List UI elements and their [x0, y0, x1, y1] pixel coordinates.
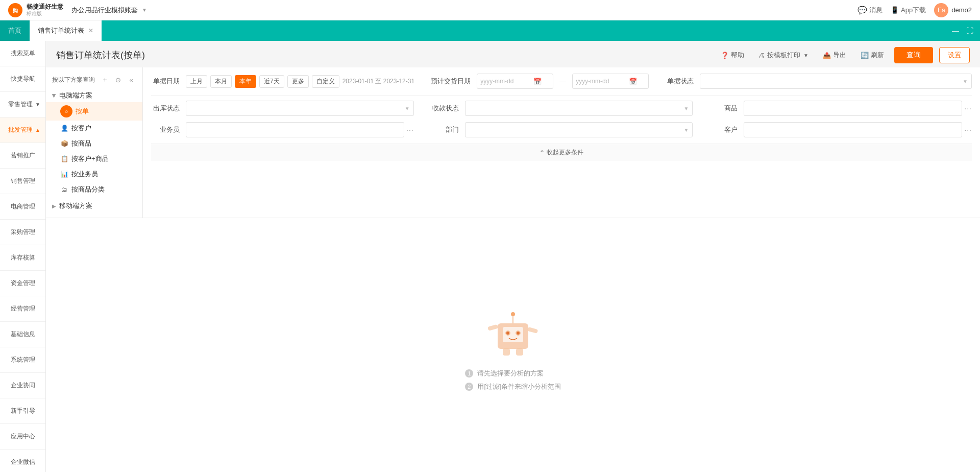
user-profile[interactable]: Ea demo2	[934, 3, 972, 17]
date-btn-more[interactable]: 更多	[287, 75, 309, 88]
scheme-panel-icons: ＋ ⊙ «	[100, 75, 136, 85]
content-area: 销售订单统计表(按单) ❓ 帮助 🖨 按模板打印 ▼ 📤 导出 🔄 刷新	[46, 41, 980, 472]
mobile-category-label: 移动端方案	[59, 201, 92, 210]
collapse-label: 收起更多条件	[547, 148, 583, 157]
scheme-category-mobile[interactable]: ▶ 移动端方案	[46, 199, 142, 213]
payment-status-label: 收款状态	[430, 104, 459, 113]
scheme-collapse-icon[interactable]: «	[126, 75, 136, 85]
filter-right: 单据日期 上月 本月 本年 近7天 更多 自定义 2023-01-01 至 20…	[143, 67, 980, 218]
payment-status-wrapper: ▼	[465, 101, 693, 116]
sidebar-item-app-center[interactable]: 应用中心	[0, 424, 45, 450]
svg-point-9	[511, 312, 515, 316]
date-btn-group: 上月 本月 本年 近7天 更多 自定义 2023-01-01 至 2023-12…	[186, 75, 414, 88]
app-download-btn[interactable]: 📱 App下载	[891, 6, 926, 15]
marketing-label: 营销推广	[11, 151, 35, 160]
collapse-bar[interactable]: ⌃ 收起更多条件	[151, 144, 972, 161]
operations-label: 经营管理	[11, 304, 35, 313]
top-bar: 购 畅捷通好生意 标准版 办公用品行业模拟账套 ▼ 💬 消息 📱 App下载 E…	[0, 0, 980, 20]
goods-input[interactable]	[744, 101, 962, 116]
filter-divider-1	[151, 95, 972, 96]
sidebar-item-corp-collab[interactable]: 企业协同	[0, 373, 45, 398]
tab-home[interactable]: 首页	[0, 20, 30, 41]
sidebar: 搜索菜单 快捷导航 零售管理 ▼ 批发管理 ▲ 营销推广 销售管理 电商管理 采…	[0, 41, 46, 472]
sidebar-item-operations[interactable]: 经营管理	[0, 296, 45, 322]
scheme-settings-icon[interactable]: ⊙	[113, 75, 123, 85]
sidebar-item-ecommerce[interactable]: 电商管理	[0, 194, 45, 220]
scheme-item-by-goods[interactable]: 📦 按商品	[46, 136, 142, 151]
main-layout: 搜索菜单 快捷导航 零售管理 ▼ 批发管理 ▲ 营销推广 销售管理 电商管理 采…	[0, 41, 980, 472]
refresh-btn[interactable]: 🔄 刷新	[856, 49, 888, 62]
department-select[interactable]	[465, 122, 693, 137]
scheme-panel-title: 按以下方案查询	[52, 76, 95, 84]
export-btn[interactable]: 📤 导出	[819, 49, 850, 62]
department-label: 部门	[430, 125, 459, 134]
tab-close-icon[interactable]: ✕	[88, 27, 93, 34]
goods-more-icon[interactable]: ···	[964, 104, 972, 112]
date-btn-7days[interactable]: 近7天	[259, 75, 284, 88]
tab-sales-order[interactable]: 销售订单统计表 ✕	[30, 20, 102, 41]
message-btn[interactable]: 💬 消息	[857, 6, 883, 15]
inventory-label: 库存核算	[11, 253, 35, 262]
sidebar-item-sales[interactable]: 销售管理	[0, 169, 45, 194]
date-label: 单据日期	[151, 77, 180, 86]
print-dropdown-icon: ▼	[803, 53, 808, 58]
date-btn-custom[interactable]: 自定义	[312, 75, 339, 88]
sales-label: 销售管理	[11, 177, 35, 185]
scheme-item-by-order[interactable]: ○ 按单	[46, 102, 142, 121]
date-start-input[interactable]	[480, 78, 531, 85]
top-bar-right: 💬 消息 📱 App下载 Ea demo2	[857, 3, 972, 17]
salesperson-input[interactable]	[186, 122, 404, 137]
status-select[interactable]	[700, 74, 972, 89]
expected-date-label: 预计交货日期	[431, 77, 471, 86]
filter-panel-inner: 按以下方案查询 ＋ ⊙ « ▶ 电脑端方案 ○	[46, 67, 980, 218]
settings-btn[interactable]: 设置	[939, 47, 970, 63]
by-customer-goods-icon: 📋	[60, 155, 68, 163]
print-icon: 🖨	[758, 52, 765, 59]
help-btn[interactable]: ❓ 帮助	[717, 49, 748, 62]
query-btn[interactable]: 查询	[894, 47, 933, 63]
sidebar-item-purchase[interactable]: 采购管理	[0, 220, 45, 245]
sidebar-item-search[interactable]: 搜索菜单	[0, 41, 45, 66]
date-end-wrapper: 📅	[572, 74, 649, 89]
salesperson-more-icon[interactable]: ···	[406, 126, 414, 134]
logo-icon: 购	[8, 3, 22, 17]
finance-label: 资金管理	[11, 279, 35, 288]
date-dash: —	[559, 78, 566, 85]
out-status-label: 出库状态	[151, 104, 180, 113]
out-status-select[interactable]	[186, 101, 414, 116]
sidebar-item-basic[interactable]: 基础信息	[0, 322, 45, 347]
tab-maximize-btn[interactable]: ⛶	[964, 25, 976, 37]
sidebar-item-inventory[interactable]: 库存核算	[0, 245, 45, 271]
sidebar-item-retail[interactable]: 零售管理 ▼	[0, 92, 45, 117]
svg-rect-10	[487, 324, 498, 331]
scheme-add-icon[interactable]: ＋	[100, 75, 110, 85]
sidebar-item-wholesale[interactable]: 批发管理 ▲	[0, 117, 45, 143]
scheme-item-by-customer[interactable]: 👤 按客户	[46, 121, 142, 136]
sidebar-item-newbie[interactable]: 新手引导	[0, 398, 45, 424]
scheme-item-by-goods-category[interactable]: 🗂 按商品分类	[46, 182, 142, 197]
by-goods-category-icon: 🗂	[60, 185, 68, 194]
industry-dropdown-icon[interactable]: ▼	[142, 7, 147, 13]
by-goods-icon: 📦	[60, 139, 68, 148]
sidebar-item-quicknav[interactable]: 快捷导航	[0, 66, 45, 92]
purchase-label: 采购管理	[11, 228, 35, 237]
date-btn-this-month[interactable]: 本月	[210, 75, 232, 88]
scheme-category-desktop[interactable]: ▶ 电脑端方案	[46, 89, 142, 102]
svg-text:购: 购	[12, 8, 18, 13]
print-btn[interactable]: 🖨 按模板打印 ▼	[754, 49, 813, 62]
app-center-label: 应用中心	[11, 432, 35, 441]
date-btn-last-month[interactable]: 上月	[186, 75, 207, 88]
payment-status-select[interactable]	[465, 101, 693, 116]
sidebar-item-finance[interactable]: 资金管理	[0, 271, 45, 296]
scheme-item-by-customer-goods[interactable]: 📋 按客户+商品	[46, 151, 142, 167]
tab-minimize-btn[interactable]: —	[949, 25, 962, 37]
sidebar-item-system[interactable]: 系统管理	[0, 347, 45, 373]
customer-more-icon[interactable]: ···	[964, 126, 972, 134]
sidebar-item-corp-wechat[interactable]: 企业微信	[0, 450, 45, 472]
scheme-item-by-salesperson[interactable]: 📊 按业务员	[46, 167, 142, 182]
customer-input[interactable]	[744, 122, 962, 137]
sidebar-item-marketing[interactable]: 营销推广	[0, 143, 45, 169]
date-end-input[interactable]	[576, 78, 627, 85]
date-btn-this-year[interactable]: 本年	[235, 75, 256, 88]
industry-label[interactable]: 办公用品行业模拟账套	[71, 6, 138, 15]
